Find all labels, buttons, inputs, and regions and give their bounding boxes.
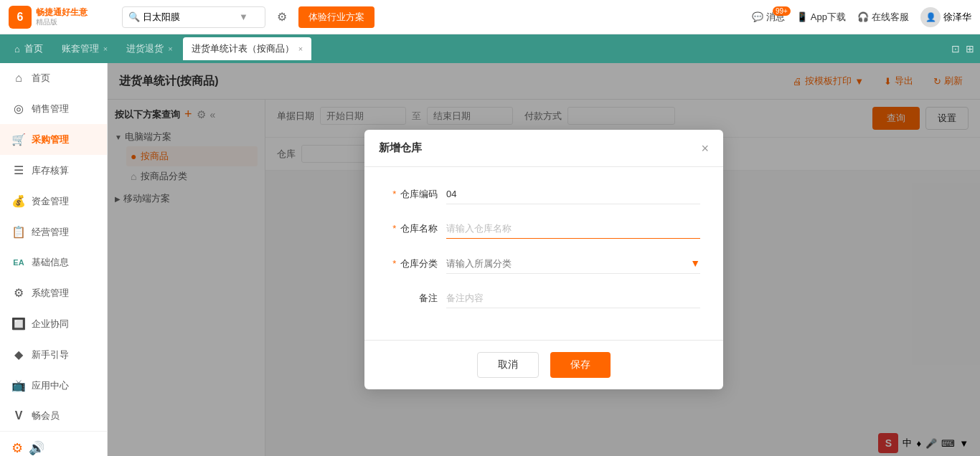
- tab-right-controls: ⊡ ⊞: [951, 43, 974, 54]
- tab-home[interactable]: ⌂ 首页: [6, 37, 52, 60]
- dropdown-arrow-icon[interactable]: ▼: [239, 11, 248, 22]
- brand-sub: 精品版: [36, 18, 88, 27]
- tab-purchase-return-close-icon[interactable]: ×: [168, 44, 172, 53]
- name-required-star: *: [392, 223, 396, 234]
- new-warehouse-modal: 新增仓库 × * 仓库编码 *: [364, 130, 723, 389]
- tab-purchase-stats[interactable]: 进货单统计表（按商品） ×: [183, 37, 311, 60]
- warehouse-code-input[interactable]: [446, 184, 700, 204]
- finance-icon: 💰: [11, 194, 26, 208]
- sidebar-basic-info-label: 基础信息: [32, 256, 69, 269]
- modal-close-button[interactable]: ×: [701, 142, 709, 155]
- code-label: * 仓库编码: [387, 188, 438, 201]
- tab-account-label: 账套管理: [62, 42, 99, 55]
- sound-footer-icon[interactable]: 🔊: [29, 440, 44, 456]
- basic-info-icon: EA: [11, 258, 26, 267]
- category-label-text: 仓库分类: [400, 258, 438, 269]
- sidebar: ⌂ 首页 ◎ 销售管理 🛒 采购管理 ☰ 库存核算 💰 资金管理 📋 经营管理 …: [0, 63, 108, 456]
- user-name: 徐泽华: [943, 11, 971, 24]
- sidebar-item-inventory[interactable]: ☰ 库存核算: [0, 155, 107, 186]
- sidebar-apps-label: 应用中心: [32, 379, 69, 392]
- sidebar-operations-label: 经营管理: [32, 226, 69, 239]
- sidebar-enterprise-label: 企业协同: [32, 318, 69, 331]
- warehouse-category-input[interactable]: [446, 258, 690, 269]
- sidebar-item-sales[interactable]: ◎ 销售管理: [0, 93, 107, 124]
- sidebar-item-system[interactable]: ⚙ 系统管理: [0, 277, 107, 308]
- avatar: 👤: [920, 7, 941, 27]
- sidebar-purchase-label: 采购管理: [32, 133, 69, 146]
- sidebar-item-purchase[interactable]: 🛒 采购管理: [0, 124, 107, 155]
- modal-overlay: 新增仓库 × * 仓库编码 *: [108, 63, 980, 456]
- tab-account-management[interactable]: 账套管理 ×: [53, 37, 116, 60]
- tab-account-close-icon[interactable]: ×: [103, 44, 108, 53]
- header-right: 💬 消息 99+ 📱 App下载 🎧 在线客服 👤 徐泽华: [752, 7, 971, 27]
- tab-expand-icon[interactable]: ⊞: [966, 43, 974, 54]
- sidebar-membership-label: 畅会员: [32, 409, 60, 422]
- sidebar-footer: ⚙ 🔊: [0, 431, 107, 456]
- app-download-label: App下载: [811, 11, 846, 24]
- messages-item[interactable]: 💬 消息 99+: [752, 11, 785, 24]
- warehouse-name-input[interactable]: [446, 219, 700, 239]
- sidebar-item-home[interactable]: ⌂ 首页: [0, 63, 107, 93]
- phone-icon: 📱: [796, 11, 808, 22]
- modal-body: * 仓库编码 * 仓库名称: [364, 167, 723, 340]
- save-button[interactable]: 保存: [550, 352, 611, 378]
- enterprise-icon: 🔲: [11, 317, 26, 331]
- remark-label: 备注: [387, 292, 438, 305]
- customer-service-item[interactable]: 🎧 在线客服: [857, 11, 909, 24]
- tab-purchase-return[interactable]: 进货退货 ×: [118, 37, 181, 60]
- tab-purchase-return-label: 进货退货: [126, 42, 164, 55]
- user-avatar-area[interactable]: 👤 徐泽华: [920, 7, 971, 27]
- sidebar-item-enterprise[interactable]: 🔲 企业协同: [0, 308, 107, 339]
- category-dropdown-icon[interactable]: ▼: [690, 257, 700, 269]
- brand-name: 畅捷通好生意: [36, 7, 88, 17]
- search-input[interactable]: [143, 11, 236, 22]
- form-row-name: * 仓库名称: [387, 219, 700, 239]
- sidebar-system-label: 系统管理: [32, 287, 69, 300]
- sidebar-item-finance[interactable]: 💰 资金管理: [0, 186, 107, 217]
- operations-icon: 📋: [11, 225, 26, 239]
- tab-restore-icon[interactable]: ⊡: [951, 43, 960, 54]
- category-select-wrapper: ▼: [446, 253, 700, 274]
- home-sidebar-icon: ⌂: [11, 72, 26, 85]
- modal-header: 新增仓库 ×: [364, 130, 723, 167]
- app-download-item[interactable]: 📱 App下载: [796, 11, 846, 24]
- sidebar-inventory-label: 库存核算: [32, 164, 69, 177]
- sidebar-sales-label: 销售管理: [32, 103, 69, 115]
- avatar-icon: 👤: [925, 12, 936, 22]
- inventory-icon: ☰: [11, 163, 26, 177]
- search-icon: 🔍: [128, 11, 140, 22]
- cancel-button[interactable]: 取消: [477, 352, 539, 378]
- app-logo-icon: 6: [9, 6, 32, 29]
- sidebar-finance-label: 资金管理: [32, 195, 69, 208]
- content-area: 进货单统计(按商品) 🖨 按模板打印 ▼ ⬇ 导出 ↻ 刷新: [108, 63, 980, 456]
- sidebar-guide-label: 新手引导: [32, 348, 69, 361]
- modal-footer: 取消 保存: [364, 340, 723, 389]
- settings-footer-icon[interactable]: ⚙: [11, 440, 23, 456]
- headset-icon: 🎧: [857, 11, 869, 22]
- membership-icon: V: [11, 409, 26, 422]
- category-required-star: *: [392, 258, 396, 269]
- tab-purchase-stats-close-icon[interactable]: ×: [298, 44, 303, 53]
- sales-icon: ◎: [11, 102, 26, 115]
- form-row-code: * 仓库编码: [387, 184, 700, 204]
- sidebar-item-guide[interactable]: ◆ 新手引导: [0, 339, 107, 370]
- sidebar-item-operations[interactable]: 📋 经营管理: [0, 217, 107, 247]
- guide-icon: ◆: [11, 348, 26, 361]
- form-row-remark: 备注: [387, 288, 700, 308]
- sidebar-item-membership[interactable]: V 畅会员: [0, 401, 107, 431]
- home-icon: ⌂: [14, 44, 20, 54]
- top-header: 6 畅捷通好生意 精品版 🔍 ▼ ⚙ 体验行业方案 💬 消息 99+ 📱 App…: [0, 0, 980, 34]
- apps-icon: 📺: [11, 379, 26, 392]
- tab-bar: ⌂ 首页 账套管理 × 进货退货 × 进货单统计表（按商品） × ⊡ ⊞: [0, 34, 980, 63]
- name-label: * 仓库名称: [387, 222, 438, 235]
- search-bar: 🔍 ▼: [122, 6, 265, 28]
- settings-gear-button[interactable]: ⚙: [271, 6, 293, 28]
- message-badge: 99+: [773, 6, 791, 16]
- sidebar-item-apps[interactable]: 📺 应用中心: [0, 370, 107, 401]
- remark-input[interactable]: [446, 288, 700, 308]
- tab-purchase-stats-label: 进货单统计表（按商品）: [192, 42, 294, 55]
- experience-industry-button[interactable]: 体验行业方案: [298, 6, 374, 28]
- category-label: * 仓库分类: [387, 257, 438, 270]
- sidebar-item-basic-info[interactable]: EA 基础信息: [0, 247, 107, 277]
- tab-home-label: 首页: [24, 42, 43, 55]
